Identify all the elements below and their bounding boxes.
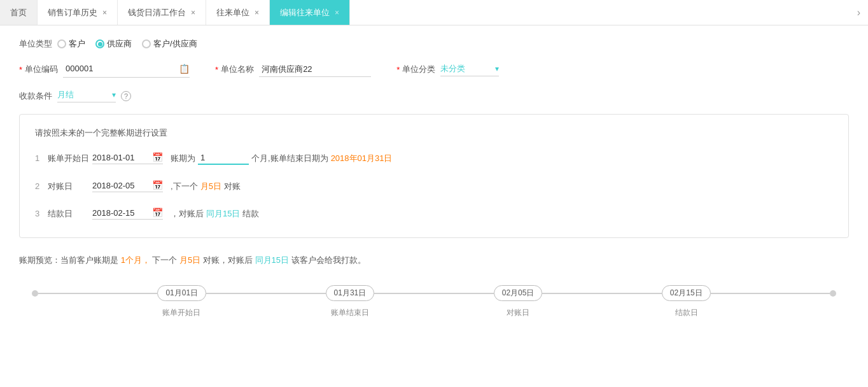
unit-category-label: 单位分类 bbox=[402, 64, 435, 75]
settings-box: 请按照未来的一个完整帐期进行设置 1 账单开始日 📅 账期为 个月,账单结束日期… bbox=[19, 114, 849, 238]
unit-name-label: 单位名称 bbox=[221, 64, 254, 75]
reconcile-date-input[interactable] bbox=[92, 181, 150, 190]
preview-reconcile: 月5日 bbox=[179, 255, 200, 265]
radio-both-label: 客户/供应商 bbox=[153, 38, 197, 50]
timeline-label-4: 结款日 bbox=[675, 307, 698, 318]
tab-close-icon[interactable]: × bbox=[102, 8, 107, 17]
timeline-labels: 账单开始日 账单结束日 对账日 结款日 bbox=[32, 302, 836, 318]
timeline-label-3: 对账日 bbox=[507, 307, 529, 318]
row-number-3: 3 bbox=[35, 209, 48, 218]
unit-details-row: * 单位编码 📋 * 单位名称 * 单位分类 未分类 ▾ bbox=[19, 61, 849, 78]
payment-suffix: 结款 bbox=[242, 208, 259, 220]
timeline-node-4: 02月15日 bbox=[662, 285, 711, 301]
tab-cash-workbench[interactable]: 钱货日清工作台 × bbox=[118, 0, 206, 25]
calendar-icon[interactable]: 📅 bbox=[152, 152, 163, 162]
payment-prefix: ，对账后 bbox=[171, 208, 204, 220]
tab-label: 钱货日清工作台 bbox=[128, 7, 186, 18]
calendar-icon[interactable]: 📅 bbox=[152, 180, 163, 190]
radio-circle-supplier bbox=[95, 39, 104, 48]
calendar-icon[interactable]: 📅 bbox=[152, 208, 163, 218]
preview-period: 1个月， bbox=[121, 255, 150, 265]
unit-category-select[interactable]: 未分类 ▾ bbox=[440, 63, 499, 76]
radio-circle-customer bbox=[57, 39, 66, 48]
unit-code-input[interactable] bbox=[63, 61, 175, 76]
timeline-line-2 bbox=[206, 293, 325, 294]
radio-customer-label: 客户 bbox=[69, 38, 85, 50]
timeline-pill-4: 02月15日 bbox=[662, 285, 711, 301]
period-end-date: 2018年01月31日 bbox=[331, 153, 393, 164]
reconcile-date-input-wrapper: 📅 bbox=[92, 180, 163, 192]
reconcile-highlight: 月5日 bbox=[200, 181, 221, 192]
unit-type-label: 单位类型 bbox=[19, 38, 52, 50]
timeline-line-4 bbox=[542, 293, 661, 294]
chevron-down-icon: ▾ bbox=[112, 90, 116, 99]
preview-text: 账期预览：当前客户账期是 1个月， 下一个 月5日 对账，对账后 同月15日 该… bbox=[19, 248, 849, 272]
required-star: * bbox=[19, 65, 22, 74]
preview-suffix: 该客户会给我打款。 bbox=[291, 255, 366, 265]
tab-edit-partner[interactable]: 编辑往来单位 × bbox=[270, 0, 350, 25]
timeline-line-3 bbox=[374, 293, 493, 294]
preview-mid2: 对账，对账后 bbox=[203, 255, 253, 265]
unit-code-field: * 单位编码 📋 bbox=[19, 61, 190, 78]
radio-customer[interactable]: 客户 bbox=[57, 38, 85, 50]
timeline-node-3: 02月05日 bbox=[494, 285, 543, 301]
timeline-dot-start bbox=[32, 290, 38, 297]
timeline-container: 01月01日 01月31日 02月05日 02月15日 bbox=[19, 285, 849, 318]
tab-close-icon[interactable]: × bbox=[191, 8, 195, 17]
reconcile-prefix: ,下一个 bbox=[171, 181, 198, 192]
required-star: * bbox=[215, 65, 218, 74]
tab-sales-history[interactable]: 销售订单历史 × bbox=[38, 0, 118, 25]
payment-date-input-wrapper: 📅 bbox=[92, 208, 163, 220]
unit-type-row: 单位类型 客户 供应商 客户/供应商 bbox=[19, 38, 849, 50]
chevron-down-icon: ▾ bbox=[495, 64, 499, 73]
help-icon[interactable]: ? bbox=[121, 91, 131, 101]
setting-row-2: 2 对账日 📅 ,下一个 月5日 对账 bbox=[35, 180, 833, 192]
tab-label: 往来单位 bbox=[216, 7, 249, 18]
row-label-2: 对账日 bbox=[48, 181, 92, 192]
unit-name-input[interactable] bbox=[259, 62, 371, 77]
row-number-2: 2 bbox=[35, 181, 48, 191]
period-label: 账期为 bbox=[171, 153, 195, 164]
timeline-label-1: 账单开始日 bbox=[162, 307, 200, 318]
tab-close-icon[interactable]: × bbox=[335, 8, 339, 17]
tab-bar: 首页 销售订单历史 × 钱货日清工作台 × 往来单位 × 编辑往来单位 × › bbox=[0, 0, 868, 25]
unit-name-field: * 单位名称 bbox=[215, 62, 371, 77]
tab-more-icon[interactable]: › bbox=[850, 7, 868, 18]
reconcile-suffix: 对账 bbox=[224, 181, 241, 192]
timeline-node-1: 01月01日 bbox=[157, 285, 206, 301]
preview-label: 账期预览：当前客户账期是 bbox=[19, 255, 118, 265]
preview-payment: 同月15日 bbox=[255, 255, 289, 265]
timeline-line-5 bbox=[711, 293, 830, 294]
payment-terms-label: 收款条件 bbox=[19, 90, 52, 102]
radio-supplier-label: 供应商 bbox=[107, 38, 132, 50]
tab-label: 首页 bbox=[10, 7, 27, 18]
payment-date-input[interactable] bbox=[92, 208, 150, 218]
timeline-label-2: 账单结束日 bbox=[331, 307, 369, 318]
timeline-line-1 bbox=[38, 293, 157, 294]
radio-supplier[interactable]: 供应商 bbox=[95, 38, 132, 50]
timeline-pill-1: 01月01日 bbox=[157, 285, 206, 301]
tab-label: 编辑往来单位 bbox=[280, 7, 330, 18]
timeline-pill-3: 02月05日 bbox=[494, 285, 543, 301]
radio-group: 客户 供应商 客户/供应商 bbox=[57, 38, 197, 50]
radio-customer-supplier[interactable]: 客户/供应商 bbox=[142, 38, 197, 50]
start-date-input-wrapper: 📅 bbox=[92, 152, 163, 164]
tab-homepage[interactable]: 首页 bbox=[0, 0, 38, 25]
main-content: 单位类型 客户 供应商 客户/供应商 * 单位编码 📋 bbox=[0, 25, 868, 387]
start-date-input[interactable] bbox=[92, 153, 150, 162]
period-input[interactable] bbox=[198, 151, 249, 165]
tab-close-icon[interactable]: × bbox=[255, 8, 259, 17]
copy-icon[interactable]: 📋 bbox=[179, 64, 190, 74]
setting-row-3: 3 结款日 📅 ，对账后 同月15日 结款 bbox=[35, 208, 833, 220]
row-label-1: 账单开始日 bbox=[48, 153, 92, 164]
required-star: * bbox=[396, 65, 400, 74]
tab-label: 销售订单历史 bbox=[48, 7, 97, 18]
timeline-pill-2: 01月31日 bbox=[326, 285, 375, 301]
unit-code-input-wrapper: 📋 bbox=[63, 61, 190, 78]
tab-partner-units[interactable]: 往来单位 × bbox=[206, 0, 270, 25]
payment-terms-row: 收款条件 月结 ▾ ? bbox=[19, 89, 849, 102]
period-month-text: 个月,账单结束日期为 bbox=[251, 153, 328, 164]
radio-circle-both bbox=[142, 39, 151, 48]
unit-code-label: 单位编码 bbox=[25, 64, 58, 75]
payment-terms-select[interactable]: 月结 ▾ bbox=[57, 89, 116, 102]
